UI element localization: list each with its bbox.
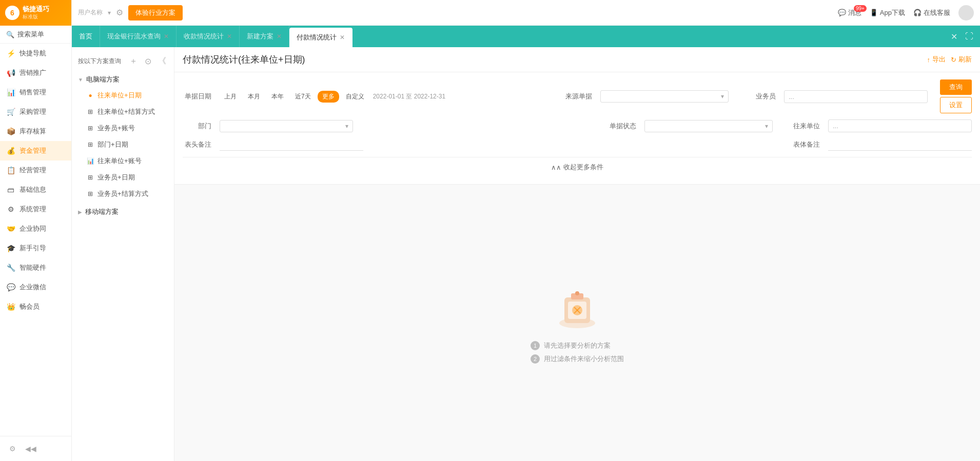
- collapse-sidebar-btn[interactable]: ◀◀: [24, 442, 38, 456]
- refresh-btn[interactable]: ↻ 刷新: [951, 55, 972, 64]
- schema-item-unit-settle[interactable]: ⊞ 往来单位+结算方式: [72, 104, 174, 120]
- main-content: 用户名称 ▾ ⚙ 体验行业方案 💬 消息 99+ 📱 App下载 🎧 在线客服 …: [72, 0, 980, 461]
- tab-bank-flow[interactable]: 现金银行流水查询 ✕: [100, 26, 177, 47]
- sidebar-item-operation[interactable]: 📋 经营管理: [0, 161, 71, 180]
- schema-settings-icon[interactable]: ⊙: [142, 55, 153, 67]
- marketing-icon: 📢: [6, 68, 15, 77]
- sidebar-item-membership[interactable]: 👑 畅会员: [0, 297, 71, 316]
- empty-tip-2: 2 用过滤条件来缩小分析范围: [531, 354, 624, 364]
- purchase-icon: 🛒: [6, 107, 15, 116]
- mobile-schema-group: ▶ 移动端方案: [72, 204, 174, 219]
- date-options: 上月 本月 本年 近7天 更多 自定义 2022-01-01 至 2022-12…: [220, 91, 445, 103]
- sidebar-item-enterprise[interactable]: 🤝 企业协同: [0, 219, 71, 238]
- expand-tabs-icon[interactable]: ⛶: [963, 30, 976, 43]
- sidebar-item-finance[interactable]: 💰 资金管理: [0, 141, 71, 161]
- pc-schema-group-label[interactable]: ▼ 电脑端方案: [72, 72, 174, 87]
- date-option-custom[interactable]: 自定义: [341, 91, 369, 103]
- export-btn[interactable]: ↑ 导出: [927, 55, 946, 64]
- receipt-stat-close-icon[interactable]: ✕: [227, 33, 232, 40]
- sidebar: 6 畅捷通巧 标准版 🔍 搜索菜单 ⚡ 快捷导航 📢 营销推广 📊 销售管理 🛒…: [0, 0, 72, 461]
- tip-num-1: 1: [531, 341, 540, 350]
- add-schema-btn[interactable]: ＋: [128, 55, 139, 67]
- app-info: 畅捷通巧 标准版: [23, 5, 49, 21]
- payment-stat-close-icon[interactable]: ✕: [340, 34, 345, 41]
- schema-item-staff-date[interactable]: ⊞ 业务员+日期: [72, 169, 174, 186]
- page-content: 按以下方案查询 ＋ ⊙ 《 ▼ 电脑端方案 ● 往来单位+日期 ⊞: [72, 47, 980, 461]
- left-panel-title: 按以下方案查询: [78, 57, 121, 66]
- dept-select[interactable]: ▾: [220, 120, 353, 132]
- topbar-gear-icon[interactable]: ⚙: [116, 8, 123, 17]
- counterpart-input[interactable]: ...: [828, 119, 972, 132]
- collapse-more-btn[interactable]: ∧∧ 收起更多条件: [183, 157, 972, 177]
- sidebar-item-purchase[interactable]: 🛒 采购管理: [0, 102, 71, 122]
- sidebar-item-hardware[interactable]: 🔧 智能硬件: [0, 258, 71, 277]
- collapse-more-label: 收起更多条件: [563, 163, 603, 172]
- topbar-app-btn[interactable]: 📱 App下载: [870, 8, 905, 17]
- collapse-left-panel-btn[interactable]: 《: [156, 55, 168, 67]
- doc-status-select[interactable]: ▾: [644, 120, 773, 132]
- body-note-input[interactable]: [828, 138, 972, 151]
- date-option-last-7-days[interactable]: 近7天: [290, 91, 316, 103]
- query-btn[interactable]: 查询: [940, 79, 972, 95]
- header-note-input[interactable]: [220, 138, 363, 151]
- sidebar-item-basic-info[interactable]: 🗃 基础信息: [0, 180, 71, 199]
- new-plan-close-icon[interactable]: ✕: [277, 33, 282, 40]
- schema-item-unit-account[interactable]: 📊 往来单位+账号: [72, 153, 174, 169]
- staff-date-icon: ⊞: [86, 173, 94, 182]
- sidebar-item-marketing[interactable]: 📢 营销推广: [0, 63, 71, 83]
- settings-footer-btn[interactable]: ⚙: [5, 442, 19, 456]
- sidebar-item-quick-nav[interactable]: ⚡ 快捷导航: [0, 44, 71, 63]
- staff-input[interactable]: ...: [784, 90, 928, 103]
- date-option-more[interactable]: 更多: [318, 91, 339, 103]
- mobile-schema-group-label[interactable]: ▶ 移动端方案: [72, 204, 174, 219]
- sidebar-item-newbie[interactable]: 🎓 新手引导: [0, 238, 71, 258]
- topbar-right: 💬 消息 99+ 📱 App下载 🎧 在线客服: [838, 5, 974, 21]
- tab-home[interactable]: 首页: [72, 26, 100, 47]
- date-option-last-month[interactable]: 上月: [220, 91, 241, 103]
- sidebar-item-inventory[interactable]: 📦 库存核算: [0, 122, 71, 141]
- page-header: 付款情况统计(往来单位+日期) ↑ 导出 ↻ 刷新: [174, 47, 980, 72]
- filter-area: 单据日期 上月 本月 本年 近7天 更多 自定义 2022-01-01 至 20…: [174, 72, 980, 185]
- sidebar-item-label: 基础信息: [19, 185, 46, 194]
- tab-receipt-stat[interactable]: 收款情况统计 ✕: [177, 26, 240, 47]
- user-avatar[interactable]: [958, 5, 974, 21]
- topbar-dropdown-arrow[interactable]: ▾: [108, 9, 111, 16]
- sidebar-item-wechat[interactable]: 💬 企业微信: [0, 277, 71, 297]
- close-tab-icon[interactable]: ✕: [947, 30, 961, 43]
- sidebar-footer: ⚙ ◀◀: [0, 436, 71, 461]
- schema-item-label: 往来单位+日期: [97, 91, 142, 100]
- membership-icon: 👑: [6, 302, 15, 311]
- sidebar-item-system[interactable]: ⚙ 系统管理: [0, 199, 71, 219]
- basic-info-icon: 🗃: [6, 185, 15, 194]
- right-panel: 付款情况统计(往来单位+日期) ↑ 导出 ↻ 刷新 单据日期: [174, 47, 980, 461]
- schema-item-dept-date[interactable]: ⊞ 部门+日期: [72, 136, 174, 153]
- refresh-icon: ↻: [951, 56, 956, 64]
- topbar-service-btn[interactable]: 🎧 在线客服: [913, 8, 950, 17]
- sidebar-item-sales[interactable]: 📊 销售管理: [0, 83, 71, 102]
- source-label: 来源单据: [563, 92, 592, 101]
- date-option-this-year[interactable]: 本年: [267, 91, 288, 103]
- receipt-stat-tab-label: 收款情况统计: [184, 32, 224, 41]
- schema-item-staff-account[interactable]: ⊞ 业务员+账号: [72, 120, 174, 136]
- trial-btn[interactable]: 体验行业方案: [128, 5, 183, 21]
- staff-account-icon: ⊞: [86, 124, 94, 132]
- tab-payment-stat[interactable]: 付款情况统计 ✕: [289, 28, 352, 47]
- sidebar-item-label: 企业微信: [19, 283, 46, 292]
- date-option-this-month[interactable]: 本月: [243, 91, 265, 103]
- header-note-label: 表头备注: [183, 140, 211, 149]
- export-label: 导出: [932, 55, 946, 64]
- quick-nav-icon: ⚡: [6, 49, 15, 58]
- tab-new-plan[interactable]: 新建方案 ✕: [240, 26, 289, 47]
- empty-tip-1: 1 请先选择要分析的方案: [531, 341, 624, 350]
- search-menu-item[interactable]: 🔍 搜索菜单: [0, 26, 71, 44]
- setting-btn[interactable]: 设置: [940, 97, 972, 113]
- finance-icon: 💰: [6, 146, 15, 155]
- left-panel-header: 按以下方案查询 ＋ ⊙ 《: [72, 52, 174, 70]
- topbar-msg-btn[interactable]: 💬 消息 99+: [838, 8, 861, 17]
- tabbar: 首页 现金银行流水查询 ✕ 收款情况统计 ✕ 新建方案 ✕ 付款情况统计 ✕ ✕…: [72, 26, 980, 47]
- source-select[interactable]: ▾: [600, 90, 729, 103]
- schema-item-unit-date[interactable]: ● 往来单位+日期: [72, 87, 174, 104]
- bank-flow-close-icon[interactable]: ✕: [164, 33, 169, 40]
- schema-item-staff-settle[interactable]: ⊞ 业务员+结算方式: [72, 186, 174, 202]
- sidebar-item-label: 快捷导航: [19, 49, 46, 58]
